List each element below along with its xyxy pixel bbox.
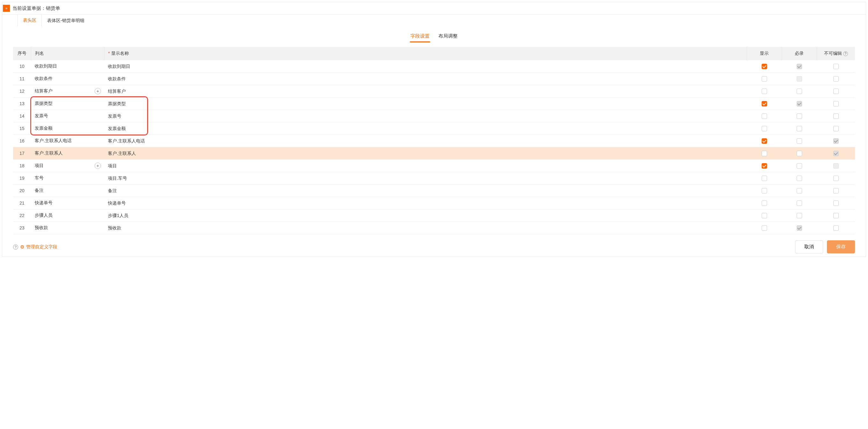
checkbox-show[interactable] <box>762 225 767 231</box>
cell-col-name: 票据类型 <box>31 97 104 110</box>
checkbox-readonly[interactable] <box>833 113 839 119</box>
checkbox-show[interactable] <box>762 76 767 82</box>
table-row: 21快递单号 <box>13 197 855 209</box>
manage-custom-fields-link[interactable]: ? ⚙ 管理自定义字段 <box>13 244 57 250</box>
display-name-input[interactable] <box>108 64 743 69</box>
display-name-input[interactable] <box>108 139 743 144</box>
checkbox-readonly[interactable] <box>833 213 839 218</box>
display-name-input[interactable] <box>108 126 743 131</box>
display-name-input[interactable] <box>108 89 743 94</box>
cell-required <box>782 97 817 110</box>
checkbox-required[interactable] <box>797 126 802 131</box>
cell-col-name: 备注 <box>31 184 104 197</box>
checkbox-readonly[interactable] <box>833 126 839 131</box>
checkbox-required[interactable] <box>797 188 802 194</box>
checkbox-show[interactable] <box>762 200 767 206</box>
checkbox-show[interactable] <box>762 188 767 194</box>
display-name-input[interactable] <box>108 151 743 156</box>
cell-display-name <box>104 197 747 209</box>
cell-required <box>782 135 817 147</box>
cell-col-name: 步骤人员 <box>31 209 104 222</box>
collapse-toggle-button[interactable]: » <box>3 5 10 12</box>
checkbox-readonly[interactable] <box>833 176 839 181</box>
checkbox-required[interactable] <box>797 138 802 144</box>
table-row: 15发票金额 <box>13 122 855 135</box>
checkbox-readonly[interactable] <box>833 89 839 94</box>
checkbox-required[interactable] <box>797 176 802 181</box>
checkbox-readonly[interactable] <box>833 225 839 231</box>
main-tabs: 表头区表体区-销货单明细 <box>2 15 866 27</box>
display-name-input[interactable] <box>108 226 743 231</box>
checkbox-show[interactable] <box>762 64 767 69</box>
checkbox-show[interactable] <box>762 89 767 94</box>
table-header-row: 序号 列名 *显示名称 显示 必录 不可编辑? <box>13 47 855 60</box>
col-name-header: 列名 <box>31 47 104 60</box>
cell-col-name: 项目+ <box>31 160 104 172</box>
plus-icon[interactable]: + <box>95 88 101 94</box>
checkbox-required <box>797 76 802 82</box>
cell-display-name <box>104 160 747 172</box>
checkbox-readonly[interactable] <box>833 64 839 69</box>
tab-0[interactable]: 表头区 <box>18 14 42 26</box>
plus-icon[interactable]: + <box>95 163 101 169</box>
table-row: 19车号 <box>13 172 855 184</box>
cell-seq: 21 <box>13 197 31 209</box>
checkbox-show[interactable] <box>762 213 767 218</box>
col-readonly-header: 不可编辑? <box>817 47 855 60</box>
display-name-input[interactable] <box>108 114 743 119</box>
sub-tab-1[interactable]: 布局调整 <box>438 31 458 42</box>
checkbox-required <box>797 225 802 231</box>
cell-show <box>747 60 782 73</box>
checkbox-readonly[interactable] <box>833 101 839 107</box>
display-name-input[interactable] <box>108 77 743 82</box>
cell-readonly <box>817 135 855 147</box>
cell-seq: 13 <box>13 97 31 110</box>
checkbox-readonly[interactable] <box>833 200 839 206</box>
cell-show <box>747 172 782 184</box>
header-doc-name: 销货单 <box>46 5 60 11</box>
checkbox-required[interactable] <box>797 113 802 119</box>
checkbox-show[interactable] <box>762 176 767 181</box>
display-name-input[interactable] <box>108 176 743 181</box>
cell-display-name <box>104 97 747 110</box>
table-row: 13票据类型 <box>13 97 855 110</box>
save-button[interactable]: 保存 <box>827 240 855 253</box>
help-icon[interactable]: ? <box>843 51 848 56</box>
cell-readonly <box>817 122 855 135</box>
checkbox-required[interactable] <box>797 163 802 169</box>
display-name-input[interactable] <box>108 164 743 169</box>
display-name-input[interactable] <box>108 213 743 218</box>
cancel-button[interactable]: 取消 <box>795 240 823 253</box>
checkbox-required[interactable] <box>797 89 802 94</box>
header-title: 当前设置单据：销货单 <box>12 5 60 11</box>
cell-col-name: 发票金额 <box>31 122 104 135</box>
cell-col-name: 客户.主联系人电话 <box>31 135 104 147</box>
cell-readonly <box>817 85 855 97</box>
cell-display-name <box>104 135 747 147</box>
checkbox-show[interactable] <box>762 113 767 119</box>
header-prefix: 当前设置单据： <box>12 5 46 11</box>
checkbox-required[interactable] <box>797 200 802 206</box>
cell-show <box>747 184 782 197</box>
display-name-input[interactable] <box>108 201 743 206</box>
checkbox-required[interactable] <box>797 151 802 156</box>
checkbox-readonly[interactable] <box>833 188 839 194</box>
checkbox-show[interactable] <box>762 138 767 144</box>
cell-seq: 18 <box>13 160 31 172</box>
cell-display-name <box>104 172 747 184</box>
checkbox-required[interactable] <box>797 213 802 218</box>
table-row: 16客户.主联系人电话 <box>13 135 855 147</box>
display-name-input[interactable] <box>108 102 743 107</box>
cell-required <box>782 197 817 209</box>
tab-1[interactable]: 表体区-销货单明细 <box>42 15 90 27</box>
checkbox-readonly[interactable] <box>833 76 839 82</box>
checkbox-show[interactable] <box>762 163 767 169</box>
checkbox-show[interactable] <box>762 101 767 107</box>
display-name-input[interactable] <box>108 189 743 194</box>
cell-display-name <box>104 110 747 122</box>
cell-show <box>747 73 782 85</box>
manage-custom-fields-label: 管理自定义字段 <box>26 244 57 250</box>
checkbox-show[interactable] <box>762 126 767 131</box>
checkbox-show[interactable] <box>762 151 767 156</box>
sub-tab-0[interactable]: 字段设置 <box>410 31 430 42</box>
